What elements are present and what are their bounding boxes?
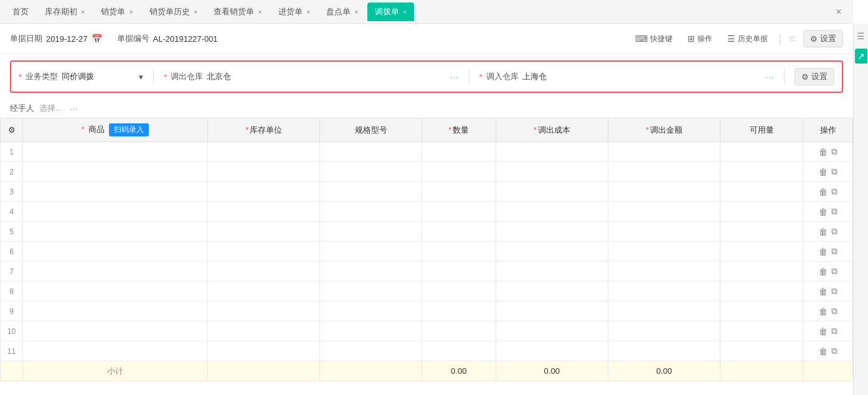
copy-icon[interactable]: ⧉ [831,346,837,356]
cell-cost[interactable] [496,182,608,202]
cell-amount[interactable] [608,222,720,242]
cell-spec[interactable] [320,182,422,202]
cell-cost[interactable] [496,202,608,222]
cell-product[interactable] [23,162,208,182]
cell-amount[interactable] [608,182,720,202]
cell-unit[interactable] [208,341,320,361]
delete-icon[interactable]: 🗑 [819,307,828,316]
cell-spec[interactable] [320,302,422,321]
tab-sales-history[interactable]: 销货单历史 × [142,2,205,21]
copy-icon[interactable]: ⧉ [831,246,837,257]
cell-available[interactable] [720,222,803,242]
delete-icon[interactable]: 🗑 [819,287,828,297]
cell-qty[interactable] [422,182,496,202]
copy-icon[interactable]: ⧉ [831,226,837,237]
cell-amount[interactable] [608,321,720,341]
cell-spec[interactable] [320,222,422,242]
cell-unit[interactable] [208,321,320,341]
cell-unit[interactable] [208,282,320,302]
tab-transfer[interactable]: 调拨单 × [367,2,414,21]
delete-icon[interactable]: 🗑 [819,187,828,197]
cell-available[interactable] [720,302,803,321]
settings-button[interactable]: ⚙ 设置 [803,30,843,47]
copy-icon[interactable]: ⧉ [831,206,837,217]
cell-qty[interactable] [422,302,496,321]
cell-product[interactable] [23,282,208,302]
cell-cost[interactable] [496,282,608,302]
close-icon[interactable]: × [354,8,358,16]
delete-icon[interactable]: 🗑 [819,207,828,217]
cell-unit[interactable] [208,242,320,262]
cell-amount[interactable] [608,142,720,162]
warehouse-out-dots[interactable]: ··· [450,72,459,82]
tab-view-sales[interactable]: 查看销货单 × [206,2,269,21]
cell-spec[interactable] [320,242,422,262]
cell-available[interactable] [720,321,803,341]
cell-product[interactable] [23,242,208,262]
cell-cost[interactable] [496,302,608,321]
sidebar-expand-icon[interactable]: ↗ [855,49,867,64]
person-dots[interactable]: ··· [70,104,78,113]
shortcut-key-button[interactable]: ⌨ 快捷键 [631,31,676,47]
cell-spec[interactable] [320,341,422,361]
delete-icon[interactable]: 🗑 [819,147,828,157]
cell-spec[interactable] [320,282,422,302]
cell-spec[interactable] [320,142,422,162]
warehouse-in-dots[interactable]: ··· [765,72,774,82]
cell-qty[interactable] [422,282,496,302]
cell-product[interactable] [23,302,208,321]
cell-cost[interactable] [496,222,608,242]
cell-amount[interactable] [608,202,720,222]
delete-icon[interactable]: 🗑 [819,267,828,277]
cell-available[interactable] [720,162,803,182]
close-icon[interactable]: × [258,8,262,16]
cell-available[interactable] [720,341,803,361]
cell-product[interactable] [23,341,208,361]
copy-icon[interactable]: ⧉ [831,166,837,177]
cell-unit[interactable] [208,302,320,321]
cell-spec[interactable] [320,321,422,341]
cell-available[interactable] [720,142,803,162]
cell-amount[interactable] [608,262,720,282]
table-gear-icon[interactable]: ⚙ [8,125,16,135]
close-icon[interactable]: × [403,8,407,16]
cell-product[interactable] [23,222,208,242]
cell-product[interactable] [23,142,208,162]
cell-cost[interactable] [496,321,608,341]
cell-available[interactable] [720,262,803,282]
delete-icon[interactable]: 🗑 [819,227,828,237]
copy-icon[interactable]: ⧉ [831,146,837,157]
cell-qty[interactable] [422,242,496,262]
cell-qty[interactable] [422,142,496,162]
cell-product[interactable] [23,202,208,222]
cell-unit[interactable] [208,162,320,182]
cell-cost[interactable] [496,142,608,162]
cell-spec[interactable] [320,162,422,182]
tab-sales-order[interactable]: 销货单 × [93,2,140,21]
person-select[interactable]: 选择... [39,103,62,114]
sidebar-list-icon[interactable]: ☰ [854,29,867,44]
delete-icon[interactable]: 🗑 [819,346,828,356]
copy-icon[interactable]: ⧉ [831,306,837,316]
cell-unit[interactable] [208,262,320,282]
cell-qty[interactable] [422,341,496,361]
window-close-button[interactable]: × [829,2,848,21]
cell-qty[interactable] [422,202,496,222]
cell-amount[interactable] [608,282,720,302]
cell-qty[interactable] [422,321,496,341]
scan-button[interactable]: 扫码录入 [109,123,149,136]
cell-unit[interactable] [208,202,320,222]
copy-icon[interactable]: ⧉ [831,326,837,336]
calendar-icon[interactable]: 📅 [92,34,102,44]
cell-amount[interactable] [608,242,720,262]
cell-cost[interactable] [496,262,608,282]
cell-product[interactable] [23,182,208,202]
cell-amount[interactable] [608,341,720,361]
cell-unit[interactable] [208,182,320,202]
cell-spec[interactable] [320,202,422,222]
close-icon[interactable]: × [81,8,85,16]
cell-cost[interactable] [496,341,608,361]
cell-available[interactable] [720,182,803,202]
inner-settings-button[interactable]: ⚙ 设置 [795,68,834,85]
cell-unit[interactable] [208,142,320,162]
